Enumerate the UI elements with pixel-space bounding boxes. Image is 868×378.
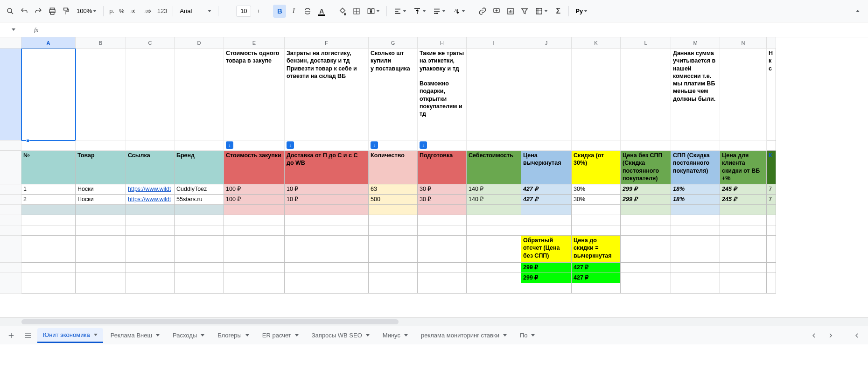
- cell[interactable]: Цена для клиента скидки от ВБ +%: [720, 151, 767, 184]
- cell[interactable]: 427 ₽: [521, 184, 572, 195]
- cell[interactable]: [467, 225, 521, 236]
- col-header-C[interactable]: C: [126, 37, 175, 49]
- cell[interactable]: [671, 215, 720, 225]
- sheet-tab[interactable]: Юнит экономика: [37, 328, 103, 343]
- cell[interactable]: 30%: [572, 184, 621, 195]
- cell[interactable]: [720, 263, 767, 273]
- cell[interactable]: https://www.wildt: [126, 195, 175, 205]
- cell[interactable]: [76, 49, 126, 140]
- cell[interactable]: 245 ₽: [720, 184, 767, 195]
- row-header[interactable]: [0, 49, 21, 140]
- cell[interactable]: ↓: [224, 140, 285, 151]
- increase-decimal-button[interactable]: .00: [141, 5, 154, 18]
- cell[interactable]: [126, 236, 175, 263]
- cell[interactable]: [467, 215, 521, 225]
- cell[interactable]: [126, 140, 175, 151]
- print-button[interactable]: [46, 5, 59, 18]
- cell[interactable]: ↓: [285, 140, 369, 151]
- cell[interactable]: Подготовка: [418, 151, 467, 184]
- cell[interactable]: 55stars.ru: [175, 195, 224, 205]
- selection-handle[interactable]: [26, 139, 29, 142]
- more-formats-button[interactable]: 123: [155, 5, 169, 18]
- cell[interactable]: [285, 225, 369, 236]
- cell[interactable]: [767, 205, 776, 215]
- cell[interactable]: [767, 140, 776, 151]
- strikethrough-button[interactable]: [301, 5, 314, 18]
- paint-format-button[interactable]: [60, 5, 73, 18]
- percent-format-button[interactable]: %: [117, 5, 126, 18]
- filter-button[interactable]: [518, 5, 531, 18]
- cell[interactable]: [621, 140, 671, 151]
- cell[interactable]: [224, 205, 285, 215]
- cell[interactable]: [224, 225, 285, 236]
- italic-button[interactable]: I: [287, 5, 300, 18]
- cell[interactable]: [76, 263, 126, 273]
- name-box[interactable]: [0, 28, 28, 31]
- cell[interactable]: [76, 236, 126, 263]
- cell[interactable]: Себестоимость: [467, 151, 521, 184]
- col-header-J[interactable]: J: [521, 37, 572, 49]
- cell[interactable]: [369, 205, 418, 215]
- cell[interactable]: 140 ₽: [467, 184, 521, 195]
- cell[interactable]: 30 ₽: [418, 184, 467, 195]
- cell[interactable]: [175, 215, 224, 225]
- cell[interactable]: [521, 205, 572, 215]
- fontsize-input[interactable]: [236, 6, 251, 17]
- cell[interactable]: ↓: [369, 140, 418, 151]
- bold-button[interactable]: B: [273, 5, 286, 18]
- cell[interactable]: [285, 215, 369, 225]
- cell[interactable]: [369, 225, 418, 236]
- increase-fontsize-button[interactable]: +: [252, 5, 265, 18]
- cell[interactable]: 30%: [572, 195, 621, 205]
- redo-button[interactable]: [32, 5, 45, 18]
- currency-format-button[interactable]: р.: [107, 5, 116, 18]
- cell[interactable]: [76, 140, 126, 151]
- cell[interactable]: [671, 140, 720, 151]
- cell[interactable]: [369, 273, 418, 283]
- cell[interactable]: [369, 236, 418, 263]
- cell[interactable]: [767, 236, 776, 263]
- cell[interactable]: 299 ₽: [521, 273, 572, 283]
- col-header-G[interactable]: G: [369, 37, 418, 49]
- cell[interactable]: Количество: [369, 151, 418, 184]
- insert-chart-button[interactable]: [504, 5, 517, 18]
- cell[interactable]: [467, 49, 521, 140]
- cell[interactable]: 7: [767, 195, 776, 205]
- cell[interactable]: СПП (Скидка постоянного покупателя): [671, 151, 720, 184]
- cell[interactable]: 299 ₽: [621, 195, 671, 205]
- sheet-tab[interactable]: Запросы WB SEO: [306, 328, 375, 343]
- col-header-H[interactable]: H: [418, 37, 467, 49]
- cell[interactable]: [671, 263, 720, 273]
- explore-collapse-button[interactable]: [849, 328, 864, 343]
- cell[interactable]: [418, 283, 467, 294]
- row-header[interactable]: [0, 236, 21, 263]
- sheet-nav-right[interactable]: [823, 328, 838, 343]
- cell[interactable]: 427 ₽: [521, 195, 572, 205]
- cell[interactable]: [126, 273, 175, 283]
- cell[interactable]: [126, 283, 175, 294]
- cell[interactable]: [175, 205, 224, 215]
- cell[interactable]: Носки: [76, 195, 126, 205]
- cell[interactable]: [21, 283, 76, 294]
- cell[interactable]: [21, 205, 76, 215]
- cell[interactable]: [21, 273, 76, 283]
- sheet-tab[interactable]: Реклама Внеш: [105, 328, 165, 343]
- row-header[interactable]: [0, 140, 21, 151]
- merge-cells-button[interactable]: [364, 5, 383, 18]
- cell[interactable]: [671, 283, 720, 294]
- cell[interactable]: 299 ₽: [621, 184, 671, 195]
- col-header-M[interactable]: M: [671, 37, 720, 49]
- cell[interactable]: [285, 205, 369, 215]
- cell[interactable]: 63: [369, 184, 418, 195]
- cell[interactable]: [521, 49, 572, 140]
- horizontal-align-button[interactable]: [391, 5, 409, 18]
- col-header-N[interactable]: N: [720, 37, 767, 49]
- col-header-L[interactable]: L: [621, 37, 671, 49]
- cell[interactable]: Цена без СПП (Скидка постоянного покупат…: [621, 151, 671, 184]
- cell[interactable]: [224, 236, 285, 263]
- cell[interactable]: [175, 225, 224, 236]
- cell[interactable]: [175, 49, 224, 140]
- cell[interactable]: [126, 215, 175, 225]
- cell[interactable]: 18%: [671, 184, 720, 195]
- col-header-D[interactable]: D: [175, 37, 224, 49]
